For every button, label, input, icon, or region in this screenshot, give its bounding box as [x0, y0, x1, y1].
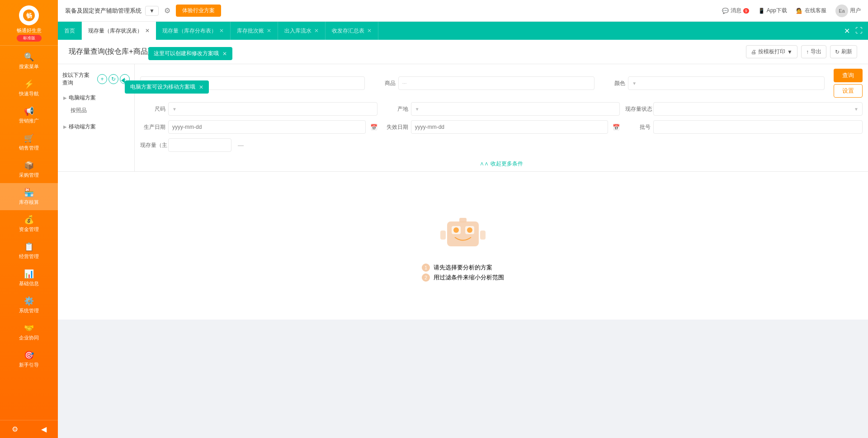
tooltip-text: 电脑方案可设为移动方案哦: [130, 83, 195, 91]
step-2-text: 用过滤条件来缩小分析范围: [434, 273, 504, 282]
sidebar-item-enterprise[interactable]: 🤝 企业协同: [0, 319, 58, 346]
reset-btn[interactable]: 设置: [834, 84, 863, 98]
sidebar-item-label: 采购管理: [19, 172, 39, 179]
collapse-btn[interactable]: ∧∧ 收起更多条件: [140, 156, 863, 171]
logo-text: 畅通好生意 标准版: [17, 27, 42, 42]
sidebar-item-label: 资金管理: [19, 226, 39, 233]
tab-inventory-dist[interactable]: 现存量（库存分布表） ✕: [156, 22, 231, 40]
tab-inout-flow[interactable]: 出入库流水 ✕: [278, 22, 326, 40]
inv-qty-dash: —: [238, 142, 244, 149]
filter-row-2: 尺码 ▼ 产地 ▼ 现存量状态: [140, 102, 863, 116]
field-group-expire-date: 失效日期 📅: [383, 120, 620, 134]
topbar-right: 💬 消息 9 📱 App下载 💁 在线客服 Ea 用户: [722, 5, 861, 17]
sidebar-item-finance[interactable]: 💰 资金管理: [0, 210, 58, 237]
desktop-scheme-label: 电脑端方案: [69, 94, 96, 102]
tab-inventory-dist-label: 现存量（库存分布表）: [162, 27, 217, 35]
tooltip-close-btn[interactable]: ✕: [199, 84, 203, 90]
system-icon: ⚙️: [24, 296, 34, 306]
sidebar-item-system[interactable]: ⚙️ 系统管理: [0, 292, 58, 319]
notification-btn[interactable]: 💬 消息 9: [722, 7, 749, 14]
field-control-origin[interactable]: ▼: [411, 102, 620, 116]
chevron-inv-status-icon: ▼: [854, 107, 859, 112]
phone-icon: 📱: [758, 8, 765, 14]
sidebar-item-label: 经营管理: [19, 253, 39, 260]
calendar-icon-1[interactable]: 📅: [370, 124, 377, 131]
sidebar-collapse-btn[interactable]: ◀: [41, 425, 47, 433]
tab-batch-ledger-label: 库存批次账: [237, 27, 264, 35]
export-btn[interactable]: ↑ 导出: [801, 45, 826, 58]
field-control-color[interactable]: ▼: [628, 76, 825, 90]
operations-icon: 📋: [24, 242, 34, 252]
topbar-settings-icon[interactable]: ⚙: [164, 6, 170, 15]
tooltip2-close-btn[interactable]: ✕: [222, 51, 227, 57]
user-menu[interactable]: Ea 用户: [835, 5, 861, 17]
tab-close-icon[interactable]: ✕: [267, 28, 271, 34]
tab-close-all-btn[interactable]: ✕: [842, 25, 852, 37]
batch-input[interactable]: [653, 120, 863, 134]
sidebar-item-operations[interactable]: 📋 经营管理: [0, 237, 58, 264]
sidebar-item-nav[interactable]: ⚡ 快速导航: [0, 75, 58, 102]
tab-close-icon[interactable]: ✕: [145, 28, 150, 34]
field-control-size[interactable]: ▼: [168, 102, 377, 116]
tab-batch-ledger[interactable]: 库存批次账 ✕: [231, 22, 278, 40]
message-icon: 💬: [722, 8, 729, 14]
sidebar-item-search[interactable]: 🔍 搜索菜单: [0, 47, 58, 75]
add-scheme-btn[interactable]: +: [97, 74, 107, 84]
tab-fullscreen-btn[interactable]: ⛶: [854, 25, 864, 37]
calendar-icon-2[interactable]: 📅: [613, 124, 620, 131]
refresh-btn[interactable]: ↻ 刷新: [830, 45, 857, 58]
sidebar-item-label: 基础信息: [19, 280, 39, 287]
produce-date-input[interactable]: [168, 120, 366, 134]
sidebar-settings-btn[interactable]: ⚙: [12, 425, 18, 433]
sidebar-item-purchase[interactable]: 📦 采购管理: [0, 156, 58, 183]
app-name: 装备及固定资产辅助管理系统: [65, 7, 142, 15]
tooltip-arrow-left: [121, 78, 125, 83]
field-group-batch: 批号: [625, 120, 863, 134]
svg-rect-8: [440, 231, 446, 240]
sidebar-item-inventory[interactable]: 🏪 库存核算: [0, 183, 58, 210]
chevron-color-icon: ▼: [632, 81, 637, 86]
field-control-goods[interactable]: ···: [398, 76, 595, 90]
basic-icon: 📊: [24, 269, 34, 279]
expire-date-input[interactable]: [411, 120, 609, 134]
scheme-sidebar: 按以下方案查询 + ↻ ←: [58, 64, 135, 171]
purchase-icon: 📦: [24, 160, 34, 170]
sidebar-item-basic[interactable]: 📊 基础信息: [0, 264, 58, 292]
field-group-color: 颜色 ▼: [600, 76, 825, 90]
app-download-btn[interactable]: 📱 App下载: [758, 7, 787, 14]
empty-step-2: 2 用过滤条件来缩小分析范围: [422, 273, 504, 282]
query-btn[interactable]: 查询: [834, 69, 863, 82]
plus-icon: +: [100, 76, 104, 82]
mobile-scheme-group[interactable]: ▶ 移动端方案: [58, 120, 134, 133]
inv-qty-min-input[interactable]: [168, 138, 231, 152]
field-group-origin: 产地 ▼: [383, 102, 620, 116]
sidebar-item-label: 营销推广: [19, 118, 39, 124]
content-inner: 现存量查询(按仓库+商品) 🖨 按模板打印 ▼ ↑ 导出 ↻ 刷新: [58, 40, 868, 320]
step-num-2: 2: [422, 273, 430, 282]
app-select-arrow: ▼: [149, 8, 155, 14]
sidebar-item-sales[interactable]: 🛒 销售管理: [0, 129, 58, 156]
app-select[interactable]: ▼: [145, 6, 159, 16]
desktop-scheme-group[interactable]: ▶ 电脑端方案: [58, 91, 134, 104]
field-label-color: 颜色: [600, 80, 625, 87]
export-icon: ↑: [806, 49, 809, 55]
tab-close-icon[interactable]: ✕: [314, 28, 319, 34]
experience-btn[interactable]: 体验行业方案: [176, 5, 221, 17]
scheme-item-product[interactable]: 按照品: [58, 104, 134, 117]
print-btn[interactable]: 🖨 按模板打印 ▼: [746, 45, 797, 58]
sidebar-item-guide[interactable]: 🎯 新手引导: [0, 346, 58, 373]
tab-home[interactable]: 首页: [58, 22, 82, 40]
tab-collect-summary[interactable]: 收发存汇总表 ✕: [326, 22, 378, 40]
field-group-inv-qty: 现存量（主） —: [140, 138, 863, 152]
notification-badge: 9: [743, 8, 749, 14]
tab-inventory-status[interactable]: 现存量（库存状况表） ✕: [82, 22, 156, 40]
online-support-btn[interactable]: 💁 在线客服: [796, 7, 826, 14]
tab-close-icon[interactable]: ✕: [367, 28, 372, 34]
refresh-scheme-btn[interactable]: ↻: [108, 74, 118, 84]
svg-point-6: [467, 227, 472, 233]
tab-close-icon[interactable]: ✕: [219, 28, 224, 34]
sidebar-item-label: 搜索菜单: [19, 63, 39, 70]
sidebar-item-marketing[interactable]: 📢 营销推广: [0, 102, 58, 129]
field-control-inv-status[interactable]: ▼: [653, 102, 863, 116]
tab-end-btns: ✕ ⛶: [842, 25, 864, 37]
